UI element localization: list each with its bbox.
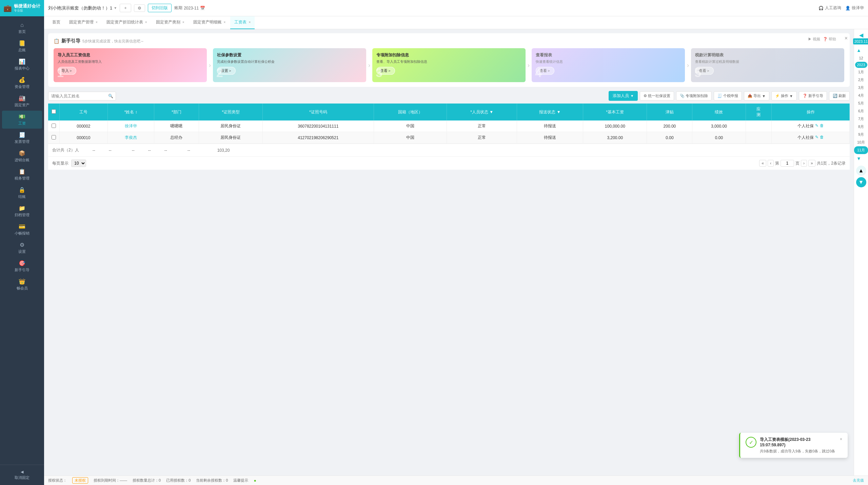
tab-fixed-assets-close[interactable]: × [96, 20, 98, 24]
sidebar-item-expense[interactable]: 💳 小畅报销 [2, 221, 42, 239]
sidebar-item-reports[interactable]: 📊 报表中心 [2, 56, 42, 74]
logo-icon: 💼 [3, 4, 12, 12]
row2-id-type: 居民身份证 [199, 132, 262, 144]
wizard-close-button[interactable]: × [845, 35, 848, 41]
row1-edit-icon[interactable]: ✎ [815, 123, 818, 129]
tax-button[interactable]: 🧾 个税申报 [714, 91, 742, 100]
sidebar-item-funds[interactable]: 💰 资金管理 [2, 74, 42, 92]
add-account-button[interactable]: ＋ [120, 4, 131, 12]
nav-down-icon[interactable]: ▼ [856, 177, 866, 187]
calendar-month-2[interactable]: 2月 [854, 76, 868, 84]
col-name[interactable]: *姓名 ↕ [107, 104, 154, 120]
select-all-checkbox[interactable] [52, 109, 56, 114]
row1-delete-icon[interactable]: 🗑 [820, 123, 824, 129]
calendar-month-3[interactable]: 3月 [854, 84, 868, 92]
video-link[interactable]: ▶ 视频 [808, 37, 820, 42]
first-page-button[interactable]: « [759, 160, 766, 167]
tab-depreciation[interactable]: 固定资产折旧统计表 × [102, 16, 151, 29]
help-link[interactable]: ❓ 帮助 [823, 37, 836, 42]
add-person-button[interactable]: 添加人员 ▼ [609, 91, 638, 101]
tab-home[interactable]: 首页 [48, 16, 64, 29]
sidebar-item-salary[interactable]: 💵 工资 [2, 111, 42, 129]
funds-icon: 💰 [19, 77, 25, 83]
page-input[interactable] [781, 160, 794, 167]
sidebar-item-guide[interactable]: 🎯 新手引导 [2, 257, 42, 275]
headset-icon: 🎧 [818, 6, 824, 11]
prev-page-button[interactable]: ‹ [768, 160, 774, 167]
wizard-button[interactable]: ❓ 新手引导 [799, 91, 827, 100]
calendar-expand-button[interactable]: ◀ [859, 32, 863, 38]
last-page-button[interactable]: » [808, 160, 815, 167]
sidebar-label-funds: 资金管理 [15, 84, 29, 89]
operation-button[interactable]: ⚡ 操作 ▼ [771, 91, 797, 100]
col-status[interactable]: *人员状态 ▼ [447, 104, 517, 120]
sidebar-item-purchase[interactable]: 📦 进销台账 [2, 147, 42, 165]
switch-version-button[interactable]: 切到旧版 [148, 4, 172, 12]
sidebar-item-archive[interactable]: 📁 归档管理 [2, 202, 42, 220]
export-button[interactable]: 📤 导出 ▼ [744, 91, 769, 100]
sidebar-item-fixed-assets[interactable]: 🏭 固定资产 [2, 92, 42, 110]
sidebar-item-invoicing[interactable]: 🧾 发票管理 [2, 129, 42, 147]
calendar-icon[interactable]: 📅 [200, 6, 205, 11]
calendar-month-1[interactable]: 1月 [854, 68, 868, 76]
row2-social-link[interactable]: 个人社保 [797, 135, 814, 141]
social-insurance-button[interactable]: ⚙ 统一社保设置 [640, 91, 674, 100]
next-page-button[interactable]: › [801, 160, 807, 167]
user-profile[interactable]: 👤 徐泽华 [845, 5, 864, 11]
col-dept: *部门 [154, 104, 199, 120]
sidebar-item-home[interactable]: ⌂ 首页 [2, 19, 42, 37]
row2-delete-icon[interactable]: 🗑 [820, 135, 824, 141]
calendar-month-6[interactable]: 6月 [854, 107, 868, 115]
tab-asset-type[interactable]: 固定资产类别 × [152, 16, 189, 29]
calendar-month-7[interactable]: 7月 [854, 115, 868, 123]
tab-salary-close[interactable]: × [249, 20, 251, 24]
step3-num: 3 [376, 66, 382, 80]
nav-up-icon[interactable]: ▲ [856, 166, 866, 176]
tab-asset-detail-close[interactable]: × [224, 20, 226, 24]
sidebar-item-vip[interactable]: 👑 畅会员 [2, 276, 42, 294]
summary-dash3: -- [132, 148, 135, 153]
sidebar-item-tax[interactable]: 📋 税务管理 [2, 166, 42, 184]
calendar-month-12[interactable]: 12 [854, 55, 868, 61]
refresh-button[interactable]: 🔄 刷新 [829, 91, 850, 100]
sidebar-item-settings[interactable]: ⚙ 设置 [2, 239, 42, 257]
col-report-status[interactable]: 报送状态 ▼ [517, 104, 583, 120]
tab-fixed-assets[interactable]: 固定资产管理 × [65, 16, 102, 29]
tab-depreciation-close[interactable]: × [145, 20, 147, 24]
sidebar-item-ledger[interactable]: 📒 总账 [2, 37, 42, 55]
calendar-current-year[interactable]: 2023 [855, 62, 867, 68]
row1-name[interactable]: 徐泽华 [107, 120, 154, 132]
calendar-month-9[interactable]: 9月 [854, 131, 868, 138]
tab-asset-type-close[interactable]: × [182, 20, 184, 24]
support-link[interactable]: 🎧 人工咨询 [818, 5, 841, 11]
row2-name[interactable]: 李俊杰 [107, 132, 154, 144]
renew-link[interactable]: 去充值 [853, 478, 864, 483]
per-page-select[interactable]: 10 20 50 [71, 160, 86, 167]
calendar-month-10[interactable]: 10月 [854, 138, 868, 146]
row1-social-link[interactable]: 个人社保 [797, 123, 814, 129]
step3-desc: 查看、导入员工专项附加扣除信息 [376, 59, 521, 64]
calendar-up-arrow[interactable]: ▲ [855, 46, 862, 54]
unpin-button[interactable]: ◀ 取消固定 [2, 468, 42, 482]
sidebar-label-vip: 畅会员 [17, 286, 28, 291]
row1-id-number: 360782200104131111 [262, 120, 374, 132]
row1-checkbox[interactable] [48, 120, 60, 132]
sidebar-item-closing[interactable]: 🔒 结账 [2, 184, 42, 202]
account-dropdown-icon[interactable]: ▼ [114, 6, 117, 10]
settings-button[interactable]: ⚙ [134, 4, 145, 12]
toast-close-button[interactable]: × [840, 437, 842, 442]
calendar-month-4[interactable]: 4月 [854, 92, 868, 99]
summary-dash2: -- [109, 148, 112, 153]
row2-edit-icon[interactable]: ✎ [815, 135, 818, 141]
deduction-button[interactable]: 📎 专项附加扣除 [676, 91, 712, 100]
calendar-month-5[interactable]: 5月 [854, 99, 868, 107]
summary-total: 103,20 [217, 148, 230, 153]
tab-asset-detail[interactable]: 固定资产明细账 × [189, 16, 230, 29]
calendar-month-8[interactable]: 8月 [854, 123, 868, 131]
search-input[interactable] [48, 92, 116, 100]
calendar-down-arrow[interactable]: ▼ [855, 155, 862, 162]
tab-salary[interactable]: 工资表 × [230, 16, 255, 29]
calendar-month-11[interactable]: 11月 [854, 146, 868, 154]
toast-title: 导入工资表模板(2023-03-23 15:07:59.897) [760, 437, 836, 447]
row2-checkbox[interactable] [48, 132, 60, 144]
